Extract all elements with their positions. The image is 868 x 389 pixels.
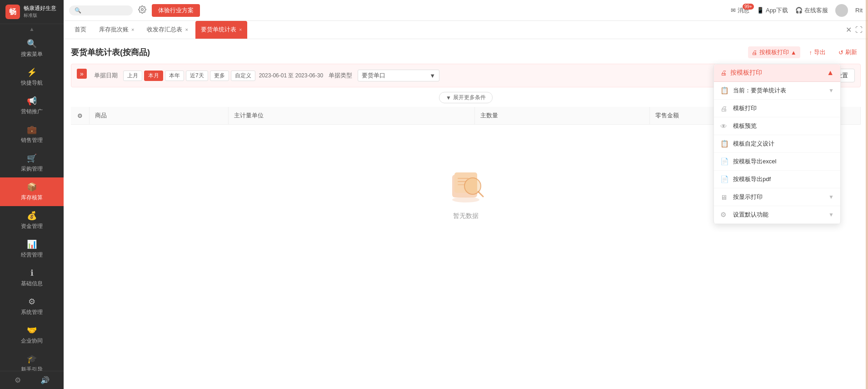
sidebar-item-search-label: 搜索菜单 — [21, 51, 43, 58]
online-support-btn[interactable]: 🎧 在线客服 — [795, 6, 828, 15]
tab-home[interactable]: 首页 — [69, 21, 92, 39]
template-preview-item[interactable]: 👁 模板预览 — [714, 117, 840, 135]
sidebar-item-basics[interactable]: ℹ 基础信息 — [0, 263, 64, 292]
audio-footer-btn[interactable]: 🔊 — [40, 376, 50, 384]
export-btn[interactable]: ↑ 导出 — [806, 46, 830, 58]
expand-more-btn[interactable]: ▼ 展开更多条件 — [439, 92, 493, 103]
template-print-item[interactable]: 🖨 模板打印 — [714, 100, 840, 117]
tab-order-stats[interactable]: 要货单统计表 × — [195, 21, 247, 39]
tab-collection-summary[interactable]: 收发存汇总表 × — [141, 21, 193, 39]
print-icon: 🖨 — [752, 49, 758, 56]
svg-line-5 — [478, 192, 483, 197]
right-scrollbar[interactable] — [866, 0, 868, 389]
topbar-gear-btn[interactable] — [136, 4, 148, 17]
sidebar-item-finance[interactable]: 💰 资金管理 — [0, 206, 64, 235]
settings-footer-btn[interactable]: ⚙ — [15, 376, 21, 384]
default-func-arrow: ▼ — [828, 212, 834, 218]
app-download-btn[interactable]: 📱 App下载 — [757, 6, 788, 15]
date-last-7days[interactable]: 近7天 — [186, 71, 208, 81]
expand-more-icon: ▼ — [446, 95, 451, 101]
export-pdf-label: 按模板导出pdf — [733, 175, 771, 183]
topbar: 🔍 体验行业方案 ✉ 消息 99+ 📱 App下载 🎧 在线客服 — [64, 0, 868, 21]
date-more[interactable]: 更多 — [210, 71, 229, 81]
system-icon: ⚙ — [28, 297, 35, 307]
default-func-item[interactable]: ⚙ 设置默认功能 ▼ — [714, 206, 840, 224]
date-last-month[interactable]: 上月 — [123, 71, 142, 81]
sidebar-item-system[interactable]: ⚙ 系统管理 — [0, 292, 64, 321]
print-dropdown-header: 🖨 按模板打印 ▲ — [714, 64, 840, 82]
page-header: 要货单统计表(按商品) 🖨 按模板打印 ▲ ↑ 导出 ↺ 刷新 — [71, 46, 861, 58]
refresh-label: 刷新 — [845, 48, 857, 56]
tab-order-stats-close[interactable]: × — [239, 27, 242, 32]
avatar[interactable] — [835, 4, 848, 17]
support-icon: 🎧 — [795, 7, 803, 14]
empty-state-icon — [443, 161, 489, 207]
template-preview-icon: 👁 — [720, 122, 728, 130]
sidebar-item-system-label: 系统管理 — [21, 308, 43, 316]
sidebar-item-purchase[interactable]: 🛒 采购管理 — [0, 149, 64, 177]
export-icon: ↑ — [809, 49, 813, 56]
sidebar-item-sales[interactable]: 💼 销售管理 — [0, 120, 64, 149]
sidebar-item-newbie-label: 新手引导 — [21, 366, 43, 371]
tab-inventory-batch[interactable]: 库存批次账 × — [94, 21, 140, 39]
sidebar-nav: ▲ 🔍 搜索菜单 ⚡ 快捷导航 📢 营销推广 💼 销售管理 🛒 采购管理 📦 库… — [0, 24, 64, 371]
sidebar-item-search[interactable]: 🔍 搜索菜单 — [0, 34, 64, 63]
download-icon: 📱 — [757, 7, 764, 14]
expand-window-btn[interactable]: ⛶ — [855, 26, 863, 34]
date-this-year[interactable]: 本年 — [165, 71, 184, 81]
app-name: 畅康通好生意 — [24, 5, 56, 12]
sidebar-item-inventory[interactable]: 📦 库存核算 — [0, 177, 64, 206]
app-name-block: 畅康通好生意 标准版 — [24, 5, 56, 19]
date-range-display: 2023-06-01 至 2023-06-30 — [259, 72, 323, 80]
col-settings[interactable]: ⚙ — [71, 107, 89, 125]
topbar-search-icon: 🔍 — [75, 7, 81, 14]
print-template-btn[interactable]: 🖨 按模板打印 ▲ — [748, 46, 800, 58]
export-excel-item[interactable]: 📄 按模板导出excel — [714, 153, 840, 171]
enterprise-icon: 🤝 — [27, 325, 37, 335]
sidebar-item-operations[interactable]: 📊 经营管理 — [0, 235, 64, 263]
messages-btn[interactable]: ✉ 消息 99+ — [731, 6, 749, 15]
col-quantity: 主数量 — [475, 107, 650, 125]
tab-collection-summary-close[interactable]: × — [185, 27, 188, 32]
date-custom[interactable]: 自定义 — [231, 71, 255, 81]
order-type-value: 要货单口 — [362, 71, 385, 80]
col-product: 商品 — [89, 107, 229, 125]
filter-expand-btn[interactable]: » — [77, 69, 87, 79]
display-print-label: 按显示打印 — [733, 193, 763, 201]
page-title: 要货单统计表(按商品) — [71, 47, 150, 58]
date-this-month[interactable]: 本月 — [144, 71, 163, 81]
sidebar-item-marketing[interactable]: 📢 营销推广 — [0, 91, 64, 120]
print-template-label: 按模板打印 — [759, 48, 789, 56]
sidebar-item-newbie[interactable]: 🎓 新手引导 — [0, 349, 64, 371]
refresh-btn[interactable]: ↺ 刷新 — [835, 46, 861, 58]
scroll-up-btn[interactable]: ▲ — [0, 24, 64, 34]
print-dropdown-title-area: 🖨 按模板打印 — [720, 69, 762, 77]
messages-badge: 99+ — [743, 4, 754, 10]
marketing-icon: 📢 — [27, 96, 37, 106]
username-label[interactable]: Rit — [855, 7, 863, 14]
close-tab-btn[interactable]: ✕ — [846, 25, 852, 34]
industry-btn[interactable]: 体验行业方案 — [152, 4, 200, 17]
display-print-arrow: ▼ — [828, 194, 834, 200]
expand-more-label: 展开更多条件 — [453, 94, 486, 101]
basics-icon: ℹ — [30, 268, 34, 278]
col-unit: 主计量单位 — [229, 107, 475, 125]
sidebar-item-enterprise[interactable]: 🤝 企业协同 — [0, 321, 64, 349]
export-pdf-item[interactable]: 📄 按模板导出pdf — [714, 171, 840, 188]
sidebar-item-finance-label: 资金管理 — [21, 222, 43, 230]
order-type-select[interactable]: 要货单口 ▼ — [358, 70, 439, 81]
display-print-item[interactable]: 🖥 按显示打印 ▼ — [714, 188, 840, 206]
print-dropdown-current[interactable]: 📋 当前：要货单统计表 ▼ — [714, 82, 840, 100]
sidebar-item-inventory-label: 库存核算 — [21, 194, 43, 202]
order-type-label: 单据类型 — [329, 71, 352, 80]
print-dropdown-close-btn[interactable]: ▲ — [827, 69, 834, 77]
template-custom-item[interactable]: 📋 模板自定义设计 — [714, 135, 840, 153]
online-support-label: 在线客服 — [804, 6, 828, 15]
tab-inventory-batch-close[interactable]: × — [131, 27, 134, 32]
topbar-search-box[interactable]: 🔍 — [69, 5, 133, 15]
sidebar: 畅 畅康通好生意 标准版 ▲ 🔍 搜索菜单 ⚡ 快捷导航 📢 营销推广 💼 销售… — [0, 0, 64, 389]
current-template-label: 当前：要货单统计表 — [733, 86, 786, 95]
sidebar-item-quick-nav[interactable]: ⚡ 快捷导航 — [0, 63, 64, 91]
empty-state-text: 暂无数据 — [453, 212, 479, 220]
search-nav-icon: 🔍 — [27, 39, 37, 49]
